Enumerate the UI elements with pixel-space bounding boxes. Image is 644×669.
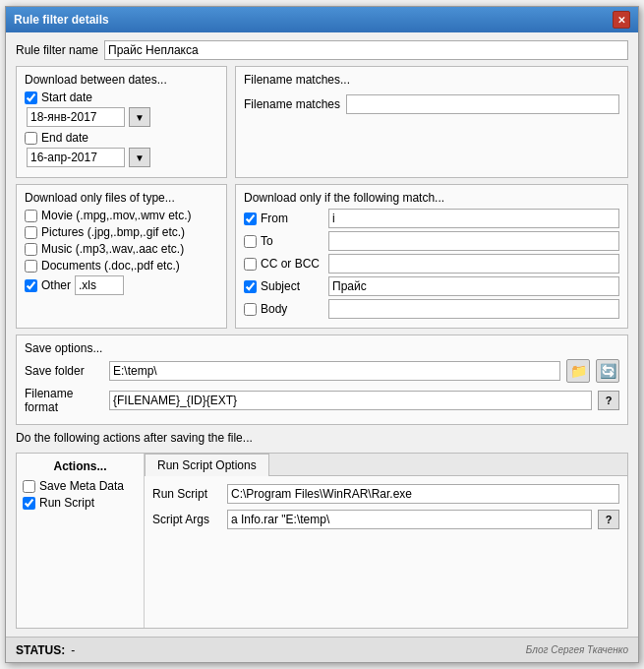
match-subject-checkbox[interactable]: [244, 280, 257, 293]
end-date-field-row: ▼: [25, 148, 218, 167]
actions-section: Actions... Save Meta Data Run Script Run…: [16, 453, 628, 629]
action-save-meta-row: Save Meta Data: [23, 479, 138, 493]
end-date-input[interactable]: [27, 148, 125, 167]
match-from-checkbox[interactable]: [244, 213, 257, 225]
start-date-row: Start date: [25, 91, 218, 104]
filetype-music-checkbox[interactable]: [25, 243, 37, 256]
actions-header: Actions...: [23, 459, 138, 473]
filetype-title: Download only files of type...: [25, 191, 218, 205]
save-format-row: Filename format ?: [25, 387, 619, 414]
start-date-input[interactable]: [27, 107, 125, 127]
save-format-label: Filename format: [25, 387, 103, 414]
script-args-label: Script Args: [152, 513, 221, 526]
filetype-pictures-checkbox[interactable]: [25, 226, 37, 239]
start-date-field-row: ▼: [25, 107, 218, 127]
end-date-picker-btn[interactable]: ▼: [129, 148, 150, 167]
filetype-movie-label: Movie (.mpg,.mov,.wmv etc.): [41, 209, 191, 222]
filename-section: Filename matches... Filename matches: [235, 66, 628, 178]
match-to-checkbox[interactable]: [244, 235, 257, 248]
script-args-row: Script Args ?: [152, 510, 619, 529]
dialog-title: Rule filter details: [14, 13, 109, 27]
dates-section: Download between dates... Start date ▼ E…: [16, 66, 227, 178]
middle-sections: Download only files of type... Movie (.m…: [16, 184, 628, 329]
actions-list: Actions... Save Meta Data Run Script: [17, 454, 145, 628]
filename-match-label: Filename matches: [244, 97, 340, 111]
filetype-other-checkbox[interactable]: [25, 279, 37, 292]
filetype-pictures-row: Pictures (.jpg,.bmp,.gif etc.): [25, 225, 218, 239]
filetype-pictures-label: Pictures (.jpg,.bmp,.gif etc.): [41, 225, 185, 239]
run-script-row: Run Script: [152, 484, 619, 504]
filetype-other-label: Other: [41, 278, 71, 292]
filetype-movie-row: Movie (.mpg,.mov,.wmv etc.): [25, 209, 218, 222]
save-title: Save options...: [25, 341, 619, 355]
match-subject-row: Subject: [244, 276, 619, 296]
match-from-input[interactable]: [328, 209, 619, 228]
match-subject-label: Subject: [261, 279, 324, 293]
filetype-other-input[interactable]: [75, 275, 124, 295]
match-from-label: From: [261, 212, 324, 225]
start-date-checkbox[interactable]: [25, 91, 37, 104]
do-following-label: Do the following actions after saving th…: [16, 431, 628, 445]
rule-name-input[interactable]: [104, 40, 628, 60]
filetype-docs-checkbox[interactable]: [25, 260, 37, 273]
end-date-row: End date: [25, 131, 218, 145]
save-section: Save options... Save folder 📁 🔄 Filename…: [16, 334, 628, 425]
top-sections: Download between dates... Start date ▼ E…: [16, 66, 628, 178]
filename-match-row: Filename matches: [244, 94, 619, 114]
filename-title: Filename matches...: [244, 73, 619, 87]
match-from-row: From: [244, 209, 619, 228]
rule-name-label: Rule filter name: [16, 43, 98, 57]
match-body-input[interactable]: [328, 299, 619, 319]
close-button[interactable]: ✕: [613, 11, 630, 29]
start-date-label: Start date: [41, 91, 92, 104]
status-area: STATUS: -: [16, 643, 75, 657]
folder-browse-button[interactable]: 📁: [566, 359, 590, 383]
script-args-input[interactable]: [227, 510, 592, 529]
match-cc-input[interactable]: [328, 254, 619, 274]
match-subject-input[interactable]: [328, 276, 619, 296]
status-label: STATUS:: [16, 643, 65, 657]
match-to-label: To: [261, 234, 324, 248]
match-cc-checkbox[interactable]: [244, 258, 257, 271]
action-run-script-label: Run Script: [39, 496, 94, 510]
save-folder-label: Save folder: [25, 364, 103, 378]
rule-name-row: Rule filter name: [16, 40, 628, 60]
refresh-button[interactable]: 🔄: [596, 359, 619, 383]
end-date-checkbox[interactable]: [25, 132, 37, 145]
format-help-button[interactable]: ?: [598, 391, 619, 410]
save-format-input[interactable]: [109, 391, 592, 410]
match-section: Download only if the following match... …: [235, 184, 628, 329]
tab-bar: Run Script Options: [145, 454, 627, 476]
match-to-input[interactable]: [328, 231, 619, 251]
filename-match-input[interactable]: [346, 94, 619, 114]
script-help-button[interactable]: ?: [598, 510, 619, 529]
filetype-docs-row: Documents (.doc,.pdf etc.): [25, 259, 218, 273]
action-save-meta-label: Save Meta Data: [39, 479, 124, 493]
filetype-music-row: Music (.mp3,.wav,.aac etc.): [25, 242, 218, 256]
watermark-text: Блог Сергея Ткаченко: [526, 644, 628, 655]
run-script-input[interactable]: [227, 484, 619, 504]
match-cc-row: CC or BCC: [244, 254, 619, 274]
filetype-music-label: Music (.mp3,.wav,.aac etc.): [41, 242, 184, 256]
save-folder-input[interactable]: [109, 361, 560, 381]
filetype-other-row: Other: [25, 275, 218, 295]
filetype-movie-checkbox[interactable]: [25, 210, 37, 222]
match-body-label: Body: [261, 302, 324, 316]
tab-panel: Run Script Options Run Script Script Arg…: [145, 454, 627, 628]
status-value: -: [71, 643, 75, 657]
tab-content: Run Script Script Args ?: [145, 476, 627, 628]
run-script-tab[interactable]: Run Script Options: [145, 454, 269, 476]
run-script-label: Run Script: [152, 487, 221, 501]
action-save-meta-checkbox[interactable]: [23, 480, 35, 493]
status-bar: STATUS: - Блог Сергея Ткаченко: [6, 637, 638, 662]
match-body-checkbox[interactable]: [244, 303, 257, 316]
match-cc-label: CC or BCC: [261, 257, 324, 271]
match-body-row: Body: [244, 299, 619, 319]
match-title: Download only if the following match...: [244, 191, 619, 205]
action-run-script-row: Run Script: [23, 496, 138, 510]
actions-inner: Actions... Save Meta Data Run Script Run…: [17, 454, 627, 628]
match-to-row: To: [244, 231, 619, 251]
end-date-label: End date: [41, 131, 88, 145]
start-date-picker-btn[interactable]: ▼: [129, 107, 150, 127]
action-run-script-checkbox[interactable]: [23, 497, 35, 510]
